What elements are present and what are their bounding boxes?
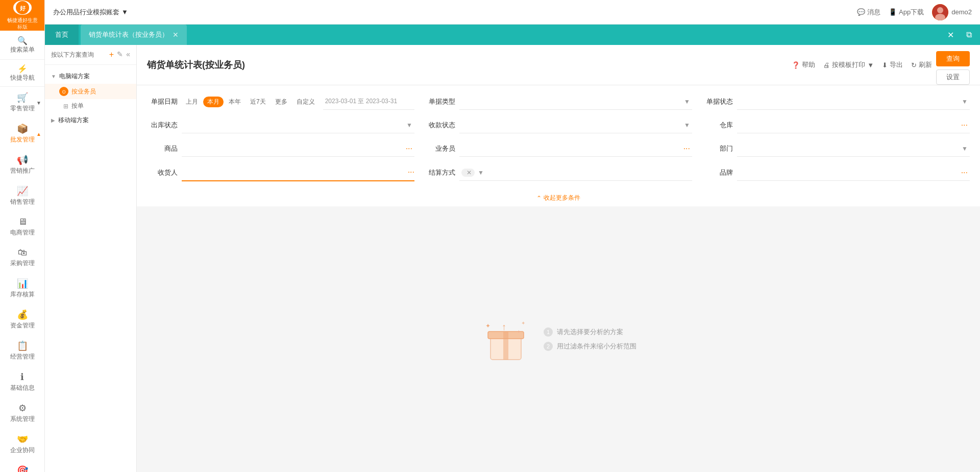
- warehouse-label: 仓库: [702, 121, 733, 130]
- collapse-icon: ⌃: [536, 195, 542, 202]
- sidebar-item-retail[interactable]: 🛒 零售管理 ▼: [0, 87, 44, 118]
- retail-icon: 🛒: [17, 92, 28, 103]
- sidebar-quick-nav-btn[interactable]: ⚡ 快捷导航: [0, 60, 44, 87]
- account-dropdown[interactable]: 办公用品行业模拟账套 ▼: [53, 8, 128, 17]
- warehouse-dots[interactable]: ···: [961, 121, 968, 130]
- guide-icon: 🎯: [17, 465, 28, 472]
- desktop-group-header[interactable]: ▼ 电脑端方案: [45, 69, 136, 84]
- collapse-scheme-icon[interactable]: «: [126, 50, 130, 59]
- filter-area: 单据日期 上月 本月 本年 近7天 更多 自定义 2023-: [137, 85, 980, 190]
- app-download-icon: 📱: [889, 8, 897, 16]
- operation-icon: 📋: [17, 340, 28, 351]
- salesperson-select[interactable]: ···: [459, 140, 692, 157]
- sidebar-item-purchase[interactable]: 🛍 采购管理: [0, 242, 44, 273]
- date-tab-last-month[interactable]: 上月: [182, 97, 202, 107]
- recv-status-select[interactable]: ▼: [459, 117, 692, 133]
- topbar-left: 办公用品行业模拟账套 ▼: [53, 8, 128, 17]
- sidebar-item-operation[interactable]: 📋 经营管理: [0, 335, 44, 366]
- receiver-input-wrap: ···: [182, 164, 414, 181]
- goods-dots[interactable]: ···: [406, 144, 412, 153]
- sidebar-item-ecommerce[interactable]: 🖥 电商管理: [0, 211, 44, 242]
- mobile-scheme-group[interactable]: ▶ 移动端方案: [45, 113, 136, 128]
- salesperson-dots[interactable]: ···: [683, 144, 690, 153]
- scheme-item-by-salesperson[interactable]: ⊙ 按业务员: [45, 84, 136, 99]
- export-btn[interactable]: ⬇ 导出: [882, 60, 903, 69]
- date-filter: 上月 本月 本年 近7天 更多 自定义 2023-03-01 至 2023-03…: [182, 93, 414, 110]
- refresh-label: 刷新: [919, 60, 932, 69]
- left-panel: 按以下方案查询 + ✎ « ▼ 电脑端方案 ⊙ 按业务员: [45, 45, 137, 472]
- tab-restore-btn[interactable]: ⧉: [962, 28, 976, 42]
- app-download-btn[interactable]: 📱 App下载: [889, 8, 924, 17]
- out-status-select[interactable]: ▼: [182, 117, 414, 133]
- sidebar-item-marketing[interactable]: 📢 营销推广: [0, 149, 44, 180]
- brand-dots[interactable]: ···: [961, 168, 968, 177]
- add-scheme-icon[interactable]: +: [109, 50, 114, 59]
- date-tabs: 上月 本月 本年 近7天 更多 自定义: [182, 97, 319, 107]
- out-status-arrow: ▼: [406, 122, 412, 129]
- svg-text:✦: ✦: [485, 322, 491, 329]
- goods-select[interactable]: ···: [182, 140, 414, 157]
- help-btn[interactable]: ❓ 帮助: [792, 60, 815, 69]
- pay-method-clear-tag: ✕: [461, 169, 475, 177]
- sales-icon: 📈: [17, 185, 28, 197]
- sidebar-item-sales[interactable]: 📈 销售管理: [0, 180, 44, 211]
- sidebar-item-inventory[interactable]: 📊 库存核算: [0, 273, 44, 304]
- status-select[interactable]: ▼: [737, 93, 970, 110]
- sidebar-search-btn[interactable]: 🔍 搜索菜单: [0, 31, 44, 60]
- dept-select[interactable]: ▼: [737, 140, 970, 157]
- edit-scheme-icon[interactable]: ✎: [117, 50, 123, 59]
- date-tab-this-year[interactable]: 本年: [225, 97, 245, 107]
- tab-close-all-btn[interactable]: ✕: [943, 28, 958, 42]
- dept-arrow: ▼: [962, 145, 968, 152]
- query-button[interactable]: 查询: [936, 51, 970, 66]
- date-range-display[interactable]: 2023-03-01 至 2023-03-31: [323, 93, 414, 110]
- sidebar-item-wholesale[interactable]: 📦 批发管理 ▲: [0, 118, 44, 149]
- topbar: 办公用品行业模拟账套 ▼ 💬 消息 📱 App下载: [45, 0, 980, 25]
- mobile-group-triangle: ▶: [51, 117, 55, 123]
- sidebar-item-basic-info[interactable]: ℹ 基础信息: [0, 366, 44, 397]
- page-header: 销货单统计表(按业务员) ❓ 帮助 🖨 按模板打印 ▼ ⬇: [137, 45, 980, 85]
- tab-close-icon[interactable]: ✕: [173, 31, 179, 39]
- empty-state: ✦ ✦ ✦ ↑ 1 请先选择要分析的方案 2: [137, 206, 980, 472]
- marketing-icon: 📢: [17, 154, 28, 166]
- tab-home-label: 首页: [55, 30, 68, 39]
- brand-select[interactable]: ···: [737, 164, 970, 181]
- sidebar-item-guide[interactable]: 🎯 新手引导: [0, 460, 44, 472]
- user-profile[interactable]: demo2: [932, 4, 972, 20]
- quick-nav-label: 快捷导航: [10, 74, 35, 82]
- pay-method-select[interactable]: ✕ ▼: [459, 164, 692, 181]
- finance-icon: 💰: [17, 309, 28, 320]
- desktop-group-label: 电脑端方案: [59, 72, 90, 81]
- tab-home[interactable]: 首页: [45, 25, 79, 45]
- status-label: 单据状态: [702, 97, 733, 106]
- dept-label: 部门: [702, 144, 733, 153]
- date-tab-this-month[interactable]: 本月: [203, 97, 224, 107]
- date-range-text: 2023-03-01 至 2023-03-31: [325, 97, 397, 106]
- header-actions: ❓ 帮助 🖨 按模板打印 ▼ ⬇ 导出 ↻: [792, 60, 932, 76]
- date-tab-7days[interactable]: 近7天: [246, 97, 270, 107]
- svg-text:✦: ✦: [517, 329, 521, 334]
- username-label: demo2: [951, 8, 972, 16]
- date-tab-custom[interactable]: 自定义: [292, 97, 319, 107]
- clear-tag-close[interactable]: ✕: [467, 169, 472, 176]
- empty-hints: 1 请先选择要分析的方案 2 用过滤条件来缩小分析范围: [544, 327, 636, 351]
- svg-point-3: [937, 7, 943, 13]
- pay-method-arrow: ▼: [478, 169, 484, 176]
- sidebar-item-system[interactable]: ⚙ 系统管理: [0, 397, 44, 429]
- tab-sales-stat[interactable]: 销货单统计表（按业务员） ✕: [81, 25, 187, 45]
- warehouse-select[interactable]: ···: [737, 117, 970, 133]
- message-btn[interactable]: 💬 消息: [857, 8, 880, 17]
- type-select[interactable]: ▼: [459, 93, 692, 110]
- refresh-btn[interactable]: ↻ 刷新: [911, 60, 932, 69]
- sidebar-item-finance[interactable]: 💰 资金管理: [0, 304, 44, 335]
- empty-illustration: ✦ ✦ ✦ ↑ 1 请先选择要分析的方案 2: [480, 314, 636, 365]
- print-btn[interactable]: 🖨 按模板打印 ▼: [823, 60, 874, 69]
- svg-rect-7: [503, 332, 508, 360]
- sub-scheme-item-by-order[interactable]: ⊞ 按单: [45, 99, 136, 113]
- setting-button[interactable]: 设置: [936, 69, 970, 85]
- receiver-dots[interactable]: ···: [408, 168, 414, 177]
- collapse-btn[interactable]: ⌃ 收起更多条件: [137, 190, 980, 206]
- receiver-input[interactable]: [182, 164, 408, 180]
- date-tab-more[interactable]: 更多: [271, 97, 291, 107]
- sidebar-item-collab[interactable]: 🤝 企业协同: [0, 429, 44, 460]
